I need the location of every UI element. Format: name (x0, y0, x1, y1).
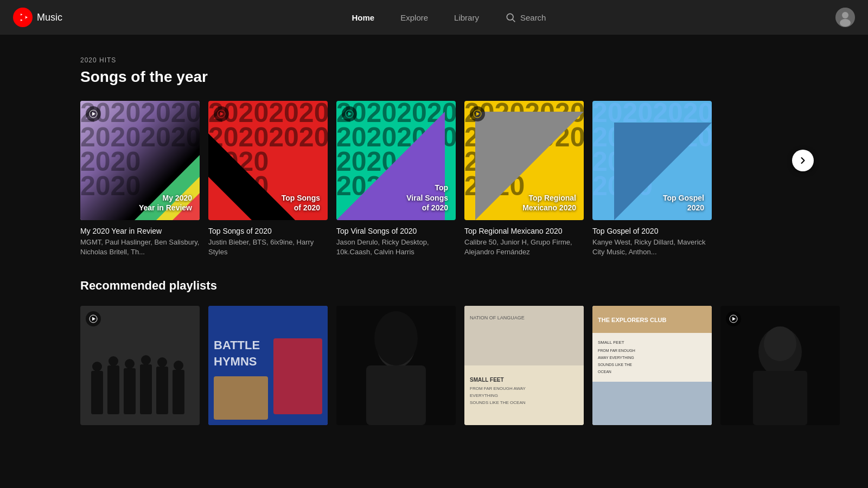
svg-text:EVERYTHING: EVERYTHING (470, 393, 498, 398)
hits-card-3-play[interactable] (342, 106, 357, 121)
recommended-section: Recommended playlists (0, 268, 868, 442)
rec-card-4[interactable]: NATION OF LANGUAGE SMALL FEET FROM FAR E… (464, 306, 584, 432)
card-1-label: My 2020Year in Review (139, 193, 192, 213)
hits-card-2[interactable]: 2020 2020 2020 2020 2020 2020 Top Songso… (208, 101, 328, 257)
app-header: Music Home Explore Library Search (0, 0, 868, 35)
card-4-label: Top RegionalMexicano 2020 (522, 193, 576, 213)
svg-text:FROM FAR ENOUGH: FROM FAR ENOUGH (598, 349, 635, 352)
search-label: Search (520, 13, 546, 22)
rec-card-2-art: BATTLE HYMNS (208, 306, 328, 425)
play-icon (217, 110, 226, 118)
svg-point-29 (141, 355, 151, 365)
main-nav: Home Explore Library Search (352, 11, 546, 24)
hits-card-5[interactable]: 2020 2020 2020 2020 2020 2020 Top Gospel… (592, 101, 712, 257)
rec-card-2[interactable]: BATTLE HYMNS (208, 306, 328, 432)
svg-point-31 (174, 361, 183, 370)
app-name: Music (37, 12, 62, 23)
play-icon (345, 110, 354, 118)
hits-card-4-title: Top Regional Mexicano 2020 (464, 227, 584, 235)
hits-card-3-image: 2020 2020 2020 2020 2020 2020 TopViral S… (336, 101, 456, 220)
hits-card-4-subtitle: Calibre 50, Junior H, Grupo Firme, Aleja… (464, 237, 584, 257)
recommended-title: Recommended playlists (80, 279, 868, 293)
svg-point-6 (842, 12, 848, 18)
magazine-artwork: THE EXPLORERS CLUB SMALL FEET FROM FAR E… (592, 306, 712, 425)
hits-card-4-image: 2020 2020 2020 2020 2020 2020 Top Region… (464, 101, 584, 220)
hits-card-2-subtitle: Justin Bieber, BTS, 6ix9ine, Harry Style… (208, 237, 328, 257)
rec-card-3-image (336, 306, 456, 425)
yt-music-logo-icon (13, 8, 33, 27)
hits-card-3[interactable]: 2020 2020 2020 2020 2020 2020 TopViral S… (336, 101, 456, 257)
svg-rect-63 (753, 371, 807, 425)
hits-card-1-title: My 2020 Year in Review (80, 227, 200, 235)
collage-image: BATTLE HYMNS (208, 306, 328, 425)
nav-explore[interactable]: Explore (400, 11, 428, 24)
svg-rect-23 (140, 364, 152, 414)
hits-card-1[interactable]: 2020 2020 2020 2020 2020 2020 M (80, 101, 200, 257)
svg-rect-39 (366, 365, 426, 425)
nav-home[interactable]: Home (352, 11, 375, 24)
rec-card-1-image (80, 306, 200, 425)
svg-rect-20 (91, 371, 103, 414)
portrait-image (336, 306, 456, 425)
svg-marker-16 (476, 112, 480, 116)
play-icon (729, 314, 738, 323)
user-avatar[interactable] (835, 8, 855, 27)
rec-card-6-image (720, 306, 840, 425)
rec-card-1[interactable] (80, 306, 200, 432)
rec-card-5-art: THE EXPLORERS CLUB SMALL FEET FROM FAR E… (592, 306, 712, 425)
hits-cards-row: 2020 2020 2020 2020 2020 2020 M (80, 101, 868, 257)
svg-text:SMALL FEET: SMALL FEET (470, 377, 504, 383)
nav-library[interactable]: Library (454, 11, 479, 24)
play-icon (89, 110, 98, 118)
svg-point-7 (840, 19, 851, 27)
svg-point-30 (157, 357, 167, 367)
hits-card-4[interactable]: 2020 2020 2020 2020 2020 2020 Top Region… (464, 101, 584, 257)
recommended-cards-row: BATTLE HYMNS (80, 306, 868, 432)
carousel-next-button[interactable] (792, 150, 814, 171)
hits-card-1-play[interactable] (86, 106, 101, 121)
svg-marker-59 (732, 317, 736, 321)
svg-text:BATTLE: BATTLE (214, 338, 260, 352)
logo[interactable]: Music (13, 8, 62, 27)
svg-rect-25 (173, 370, 184, 414)
svg-text:SMALL FEET: SMALL FEET (598, 340, 624, 345)
avatar-image (835, 8, 855, 27)
svg-rect-24 (156, 367, 168, 414)
hits-card-5-image: 2020 2020 2020 2020 2020 2020 Top Gospel… (592, 101, 712, 220)
hits-card-1-image: 2020 2020 2020 2020 2020 2020 M (80, 101, 200, 220)
svg-text:AWAY EVERYTHING: AWAY EVERYTHING (598, 356, 634, 359)
hits-card-3-subtitle: Jason Derulo, Ricky Desktop, 10k.Caash, … (336, 237, 456, 257)
play-icon (89, 314, 98, 323)
rec-card-5[interactable]: THE EXPLORERS CLUB SMALL FEET FROM FAR E… (592, 306, 712, 432)
rec-card-3[interactable] (336, 306, 456, 432)
rec-card-4-art: NATION OF LANGUAGE SMALL FEET FROM FAR E… (464, 306, 584, 425)
svg-point-2 (20, 15, 25, 20)
nav-search[interactable]: Search (505, 12, 546, 23)
main-content: 2020 HITS Songs of the year (0, 0, 868, 488)
svg-line-4 (513, 20, 515, 22)
svg-marker-18 (92, 317, 95, 321)
section-label: 2020 HITS (80, 56, 868, 64)
search-icon (505, 12, 516, 23)
svg-text:SOUNDS LIKE THE OCEAN: SOUNDS LIKE THE OCEAN (470, 400, 526, 405)
rec-card-3-art (336, 306, 456, 425)
svg-point-40 (374, 311, 418, 365)
hits-card-2-title: Top Songs of 2020 (208, 227, 328, 235)
card-5-label: Top Gospel2020 (663, 193, 704, 213)
play-icon (473, 110, 482, 118)
svg-rect-22 (124, 368, 136, 414)
chevron-right-icon (797, 155, 808, 166)
svg-point-28 (125, 359, 135, 369)
rec-card-6[interactable] (720, 306, 840, 432)
svg-text:OCEAN: OCEAN (598, 370, 611, 374)
svg-rect-21 (107, 365, 119, 414)
collage-artwork: NATION OF LANGUAGE SMALL FEET FROM FAR E… (464, 306, 584, 425)
svg-marker-12 (220, 112, 224, 116)
svg-rect-35 (273, 338, 322, 414)
hits-card-5-title: Top Gospel of 2020 (592, 227, 712, 235)
hits-card-4-play[interactable] (470, 106, 485, 121)
svg-text:HYMNS: HYMNS (214, 355, 257, 368)
hits-card-2-play[interactable] (214, 106, 229, 121)
hits-card-3-title: Top Viral Songs of 2020 (336, 227, 456, 235)
svg-marker-14 (348, 112, 352, 116)
